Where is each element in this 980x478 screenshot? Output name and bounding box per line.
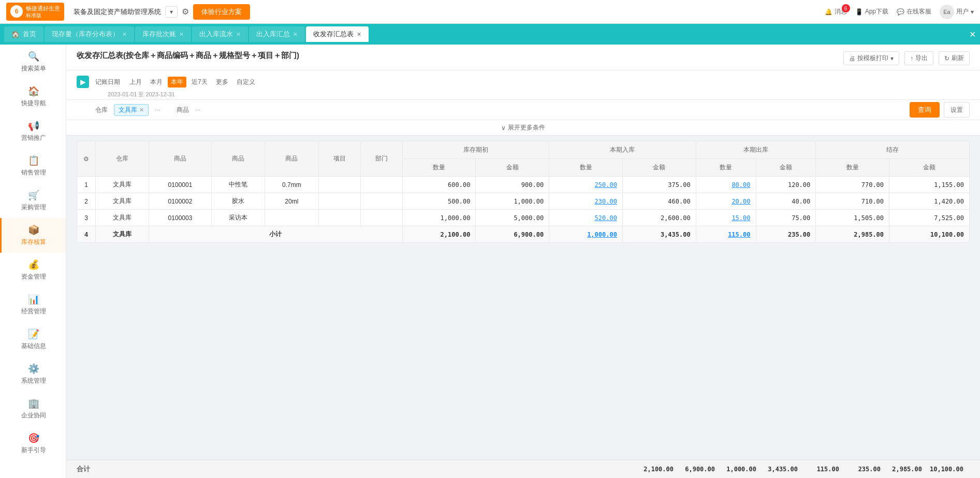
home-nav-icon: 🏠: [28, 85, 39, 97]
export-button[interactable]: ↑ 导出: [904, 51, 933, 65]
sidebar-item-system[interactable]: ⚙️ 系统管理: [0, 357, 66, 392]
date-btn-last-7-days[interactable]: 近7天: [188, 77, 211, 88]
th-goods-code: 商品: [149, 141, 212, 177]
sidebar-item-enterprise[interactable]: 🏢 企业协同: [0, 392, 66, 426]
th-group-balance: 结存: [816, 141, 970, 159]
tab-close-in-out-summary[interactable]: ✕: [293, 31, 298, 38]
query-button[interactable]: 查询: [910, 102, 940, 118]
export-icon: ↑: [910, 55, 913, 62]
tab-bar: 🏠 首页 现存量（库存分布表） ✕ 库存批次账 ✕ 出入库流水 ✕ 出入库汇总 …: [0, 24, 980, 45]
enterprise-icon: 🏢: [28, 398, 39, 409]
user-menu[interactable]: Ea 用户 ▾: [940, 5, 974, 19]
filter-settings-button[interactable]: 设置: [944, 102, 970, 118]
row-3-warehouse: 文具库: [96, 210, 149, 226]
th-out-qty: 数量: [696, 159, 756, 177]
row-3-out-qty[interactable]: 15.00: [696, 210, 756, 226]
notifications-badge: 6: [842, 4, 850, 12]
date-btn-last-month[interactable]: 上月: [126, 77, 145, 88]
row-1-out-amt: 120.00: [756, 177, 816, 193]
tab-batch-accounts[interactable]: 库存批次账 ✕: [135, 26, 191, 42]
subtotal-balance-amt: 10,100.00: [889, 226, 970, 243]
row-2-in-qty[interactable]: 230.00: [549, 193, 623, 210]
row-1-in-qty[interactable]: 250.00: [549, 177, 623, 193]
tab-in-out-flow[interactable]: 出入库流水 ✕: [192, 26, 248, 42]
warehouse-tag-close[interactable]: ✕: [139, 107, 144, 113]
row-2-balance-amt: 1,420.00: [889, 193, 970, 210]
home-icon: 🏠: [11, 31, 20, 38]
th-goods-name: 商品: [212, 141, 265, 177]
subtotal-balance-qty: 2,985.00: [816, 226, 889, 243]
tab-close-recv-send-summary[interactable]: ✕: [357, 31, 361, 38]
sidebar-item-sales[interactable]: 📋 销售管理: [0, 149, 66, 183]
sidebar-item-purchase[interactable]: 🛒 采购管理: [0, 183, 66, 218]
date-btn-more[interactable]: 更多: [213, 77, 231, 88]
row-2-project: [318, 193, 360, 210]
chevron-down-icon: ∨: [501, 124, 506, 132]
row-3-opening-qty: 1,000.00: [402, 210, 476, 226]
warehouse-more-button[interactable]: ···: [155, 106, 160, 113]
notifications-button[interactable]: 🔔 6 消息: [825, 7, 847, 16]
goods-more-button[interactable]: ···: [195, 106, 200, 113]
sidebar-item-basic-info[interactable]: 📝 基础信息: [0, 322, 66, 357]
system-dropdown-button[interactable]: ▾: [165, 6, 178, 18]
table-settings-icon[interactable]: ⚙: [83, 155, 89, 163]
row-1-out-qty[interactable]: 80.00: [696, 177, 756, 193]
row-3-goods-name: 采访本: [212, 210, 265, 226]
row-2-balance-qty: 710.00: [816, 193, 889, 210]
th-opening-amt: 金额: [476, 159, 549, 177]
row-3-department: [360, 210, 402, 226]
logo-text: 畅捷通好生意 标准版: [26, 5, 60, 19]
app-download-button[interactable]: 📱 App下载: [855, 7, 888, 16]
th-opening-qty: 数量: [402, 159, 476, 177]
sidebar-item-search[interactable]: 🔍 搜索菜单: [0, 45, 66, 79]
date-btn-this-month[interactable]: 本月: [147, 77, 166, 88]
subtotal-label: 小计: [149, 226, 402, 243]
filter-bar-2: 仓库 文具库 ✕ ··· 商品 ··· 查询 设置: [66, 100, 980, 120]
subtotal-in-amt: 3,435.00: [622, 226, 696, 243]
sidebar-item-guide[interactable]: 🎯 新手引导: [0, 426, 66, 461]
trial-button[interactable]: 体验行业方案: [193, 4, 250, 20]
online-service-button[interactable]: 💬 在线客服: [897, 7, 931, 16]
subtotal-row: 4 文具库 小计 2,100.00 6,900.00 1,000.00 3,43…: [77, 226, 970, 243]
tab-inventory-dist[interactable]: 现存量（库存分布表） ✕: [45, 26, 134, 42]
expand-more-button[interactable]: ∨ 展开更多条件: [501, 123, 545, 132]
logo-icon: 6: [10, 5, 23, 18]
sidebar-item-quick-nav[interactable]: 🏠 快捷导航: [0, 79, 66, 114]
row-3-goods-spec: [265, 210, 318, 226]
settings-icon-button[interactable]: ⚙: [182, 7, 189, 17]
print-chevron-icon: ▾: [890, 55, 894, 62]
total-in-amt: 3,435.00: [763, 466, 804, 473]
sidebar-item-operations[interactable]: 📊 经营管理: [0, 287, 66, 322]
tab-close-inventory-dist[interactable]: ✕: [122, 31, 127, 38]
row-1-opening-qty: 600.00: [402, 177, 476, 193]
row-num-1: 1: [77, 177, 96, 193]
tab-close-batch-accounts[interactable]: ✕: [179, 31, 184, 38]
th-goods-spec: 商品: [265, 141, 318, 177]
total-balance-amt: 10,100.00: [928, 466, 970, 473]
expand-row: ∨ 展开更多条件: [66, 120, 980, 136]
row-2-department: [360, 193, 402, 210]
subtotal-in-qty[interactable]: 1,000.00: [549, 226, 623, 243]
row-2-out-qty[interactable]: 20.00: [696, 193, 756, 210]
warehouse-tag: 文具库 ✕: [114, 104, 149, 116]
printer-icon: 🖨: [849, 55, 855, 62]
date-label: 记账日期: [95, 78, 120, 86]
sidebar-item-marketing[interactable]: 📢 营销推广: [0, 114, 66, 149]
date-btn-this-year[interactable]: 本年: [168, 77, 186, 88]
close-all-tabs-button[interactable]: ✕: [969, 30, 976, 39]
tab-recv-send-summary[interactable]: 收发存汇总表 ✕: [306, 26, 369, 42]
sidebar-item-finance[interactable]: 💰 资金管理: [0, 253, 66, 287]
table-container: ⚙ 仓库 商品 商品 商品 项目 部门 库存期初 本期入库 本期出库 结存: [66, 136, 980, 478]
tab-home[interactable]: 🏠 首页: [4, 26, 43, 42]
tab-close-in-out-flow[interactable]: ✕: [236, 31, 241, 38]
filter-toggle-button[interactable]: ▶: [77, 76, 89, 88]
row-3-in-qty[interactable]: 520.00: [549, 210, 623, 226]
page-header: 收发存汇总表(按仓库＋商品编码＋商品＋规格型号＋项目＋部门) 🖨 按模板打印 ▾…: [66, 45, 980, 70]
subtotal-out-qty[interactable]: 115.00: [696, 226, 756, 243]
page-title: 收发存汇总表(按仓库＋商品编码＋商品＋规格型号＋项目＋部门): [77, 51, 299, 61]
sidebar-item-inventory[interactable]: 📦 库存核算: [0, 218, 66, 253]
date-btn-custom[interactable]: 自定义: [233, 77, 258, 88]
refresh-button[interactable]: ↻ 刷新: [939, 51, 970, 65]
tab-in-out-summary[interactable]: 出入库汇总 ✕: [249, 26, 305, 42]
print-button[interactable]: 🖨 按模板打印 ▾: [843, 51, 899, 65]
